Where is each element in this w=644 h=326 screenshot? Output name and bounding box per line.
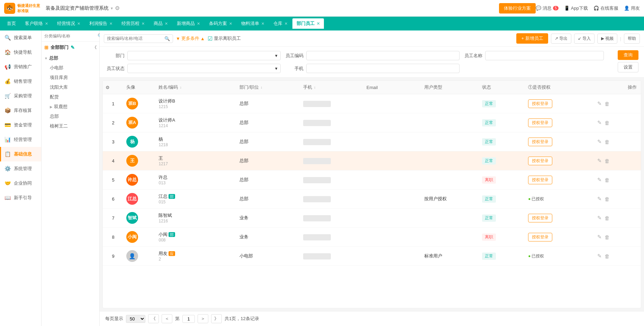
edit-icon[interactable]: ✎ (597, 177, 602, 183)
per-page-select[interactable]: 50 100 (126, 315, 145, 323)
delete-icon[interactable]: 🗑 (605, 177, 610, 183)
video-button[interactable]: ▶ 视频 (597, 34, 617, 44)
edit-icon[interactable]: ✎ (597, 120, 602, 126)
dept-node-配货[interactable]: 配货 (42, 92, 99, 102)
page-number-input[interactable] (182, 315, 195, 323)
user-area[interactable]: 👤 用友 (624, 5, 640, 11)
dept-node-总部[interactable]: 总部 (42, 112, 99, 121)
more-filter-btn[interactable]: ▼ 更多条件 ▲ (176, 35, 205, 42)
dept-node-双鹿想[interactable]: ▶ 双鹿想 (42, 102, 99, 112)
auth-login-btn[interactable]: 授权登录 (528, 118, 552, 127)
dept-node-总部[interactable]: ▼ 总部 (42, 53, 99, 63)
nav-tab-商品[interactable]: 商品✕ (149, 18, 172, 29)
close-icon[interactable]: ✕ (77, 21, 80, 26)
auth-login-btn[interactable]: 授权登录 (528, 233, 552, 241)
close-icon[interactable]: ✕ (142, 21, 145, 26)
sidebar-item-搜索菜单[interactable]: 🔍搜索菜单 (0, 30, 41, 45)
nav-tab-利润报告[interactable]: 利润报告✕ (85, 18, 117, 29)
dropdown-arrow-icon[interactable]: ▾ (111, 6, 113, 11)
edit-icon[interactable]: ✎ (597, 253, 602, 259)
nav-tab-部门员工[interactable]: 部门员工✕ (292, 18, 324, 29)
close-icon[interactable]: ✕ (261, 21, 264, 26)
sidebar-item-销售管理[interactable]: 💰销售管理 (0, 74, 41, 89)
auth-login-btn[interactable]: 授权登录 (528, 214, 552, 222)
message-btn[interactable]: 💬 消息 5 (536, 5, 559, 11)
close-icon[interactable]: ✕ (165, 21, 168, 26)
edit-icon[interactable]: ✎ (597, 139, 602, 145)
set-button[interactable]: 设置 (618, 62, 638, 72)
auth-login-btn[interactable]: 授权登录 (528, 138, 552, 146)
nav-tab-新增商品[interactable]: 新增商品✕ (173, 18, 204, 29)
dept-search-input[interactable] (44, 34, 96, 38)
help-button[interactable]: 帮助 (624, 34, 640, 44)
collapse-icon[interactable]: 《 (92, 45, 97, 51)
search-input[interactable] (107, 36, 162, 41)
sidebar-item-经营管理[interactable]: 📊经营管理 (0, 132, 41, 147)
emp-code-input[interactable] (306, 51, 460, 60)
close-icon[interactable]: ✕ (197, 21, 200, 26)
dept-node-小电部[interactable]: 小电部 (42, 63, 99, 73)
add-employee-button[interactable]: + 新增员工 (516, 33, 548, 44)
next-page-btn[interactable]: ＞ (198, 314, 208, 323)
col-name[interactable]: 姓名/编码 ↕ (156, 81, 237, 94)
last-page-btn[interactable]: 》 (211, 314, 222, 323)
sidebar-item-基础信息[interactable]: 📋基础信息 (0, 147, 41, 161)
dept-node-沈阳大库[interactable]: 沈阳大库 (42, 82, 99, 92)
settings-icon[interactable]: ⚙ (115, 5, 120, 11)
sidebar-item-新手引导[interactable]: 📖新手引导 (0, 191, 41, 205)
auth-login-btn[interactable]: 授权登录 (528, 99, 552, 108)
phone-input[interactable] (306, 64, 460, 73)
close-icon[interactable]: ✕ (284, 21, 288, 26)
dept-select[interactable]: ▾ (127, 51, 281, 60)
nav-tab-首页[interactable]: 首页 (3, 18, 20, 29)
auth-login-btn[interactable]: 授权登录 (528, 157, 552, 165)
delete-icon[interactable]: 🗑 (605, 215, 610, 221)
edit-dept-icon[interactable]: ✎ (71, 45, 75, 50)
auth-login-btn[interactable]: 授权登录 (528, 176, 552, 184)
show-resign-toggle[interactable]: ☑ 显示离职员工 (208, 35, 241, 42)
edit-icon[interactable]: ✎ (597, 196, 602, 202)
delete-icon[interactable]: 🗑 (605, 253, 610, 259)
nav-tab-仓库[interactable]: 仓库✕ (269, 18, 292, 29)
col-settings[interactable]: ⚙ (103, 81, 124, 94)
dept-node-项目库房[interactable]: 项目库房 (42, 73, 99, 82)
nav-tab-物料清单[interactable]: 物料清单✕ (237, 18, 269, 29)
prev-page-btn[interactable]: ＜ (162, 314, 172, 323)
sidebar-item-采购管理[interactable]: 🛒采购管理 (0, 89, 41, 103)
sidebar-item-资金管理[interactable]: 💳资金管理 (0, 118, 41, 132)
delete-icon[interactable]: 🗑 (605, 234, 610, 240)
close-icon[interactable]: ✕ (317, 21, 320, 26)
delete-icon[interactable]: 🗑 (605, 158, 610, 164)
edit-icon[interactable]: ✎ (597, 158, 602, 164)
import-button[interactable]: ↙ 导入 (574, 34, 595, 44)
nav-tab-经营历程[interactable]: 经营历程✕ (117, 18, 149, 29)
sidebar-item-企业协同[interactable]: 🤝企业协同 (0, 176, 41, 191)
online-service-btn[interactable]: 🎧 在线客服 (593, 5, 618, 11)
col-phone[interactable]: 手机 ↕ (300, 81, 364, 94)
delete-icon[interactable]: 🗑 (605, 120, 610, 126)
sidebar-item-营销推广[interactable]: 📢营销推广 (0, 60, 41, 74)
emp-name-input[interactable] (485, 51, 604, 60)
nav-tab-客户联络[interactable]: 客户联络✕ (21, 18, 52, 29)
nav-tab-条码方案[interactable]: 条码方案✕ (205, 18, 236, 29)
col-dept[interactable]: 部门/职位 ↕ (237, 81, 300, 94)
emp-status-select[interactable]: ▾ (127, 64, 281, 73)
first-page-btn[interactable]: 《 (148, 314, 159, 323)
sidebar-item-库存核算[interactable]: 📦库存核算 (0, 103, 41, 118)
nav-tab-经营情况[interactable]: 经营情况✕ (53, 18, 84, 29)
delete-icon[interactable]: 🗑 (605, 139, 610, 145)
edit-icon[interactable]: ✎ (597, 100, 602, 107)
sidebar-item-系统管理[interactable]: ⚙️系统管理 (0, 161, 41, 176)
close-icon[interactable]: ✕ (109, 21, 112, 26)
app-download-btn[interactable]: 📱 App下载 (564, 5, 588, 11)
close-icon[interactable]: ✕ (45, 21, 48, 26)
edit-icon[interactable]: ✎ (597, 215, 602, 221)
sidebar-item-快捷导航[interactable]: 🏠快捷导航 (0, 45, 41, 60)
delete-icon[interactable]: 🗑 (605, 196, 610, 202)
delete-icon[interactable]: 🗑 (605, 101, 610, 107)
close-icon[interactable]: ✕ (229, 21, 232, 26)
query-button[interactable]: 查询 (618, 50, 638, 60)
trial-button[interactable]: 体验行业方案 (499, 3, 536, 14)
edit-icon[interactable]: ✎ (597, 234, 602, 240)
export-button[interactable]: ↗ 导出 (551, 34, 571, 44)
